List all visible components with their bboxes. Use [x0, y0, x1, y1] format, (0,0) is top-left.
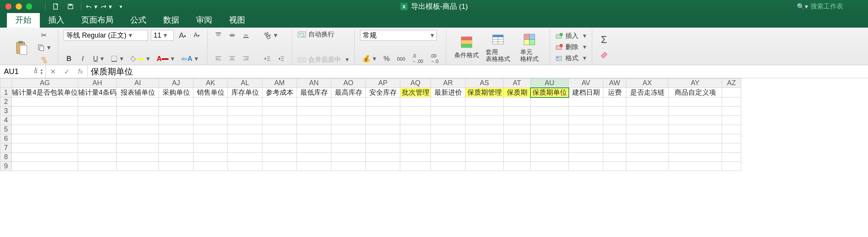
cell[interactable]: [117, 153, 159, 162]
name-box-stepper[interactable]: ▲▼: [40, 68, 43, 75]
cell[interactable]: 运费: [603, 88, 626, 97]
cell[interactable]: [465, 107, 504, 116]
cell[interactable]: 报表辅单位: [117, 88, 159, 97]
cell[interactable]: [228, 153, 262, 162]
column-header[interactable]: AM: [262, 79, 297, 88]
cell[interactable]: [12, 143, 78, 153]
comma-icon[interactable]: 000: [395, 53, 407, 64]
cell[interactable]: [159, 125, 193, 134]
cell[interactable]: [722, 134, 741, 143]
cell[interactable]: [262, 125, 297, 134]
column-header[interactable]: AJ: [159, 79, 193, 88]
column-header[interactable]: AP: [366, 79, 400, 88]
cell[interactable]: [465, 153, 504, 162]
cell[interactable]: [722, 107, 741, 116]
cell[interactable]: [331, 134, 366, 143]
cell[interactable]: [626, 162, 668, 171]
row-header[interactable]: 7: [0, 143, 12, 153]
cell[interactable]: [12, 116, 78, 125]
cell[interactable]: [400, 125, 431, 134]
cell[interactable]: [569, 162, 603, 171]
decrease-indent-icon[interactable]: [262, 53, 273, 64]
cell[interactable]: [722, 116, 741, 125]
currency-icon[interactable]: 💰▾: [360, 53, 378, 64]
cell[interactable]: [431, 162, 465, 171]
row-header[interactable]: 9: [0, 162, 12, 171]
tab-formulas[interactable]: 公式: [122, 12, 155, 28]
cell[interactable]: [262, 107, 297, 116]
tab-insert[interactable]: 插入: [40, 12, 73, 28]
cell[interactable]: [504, 97, 531, 107]
cell[interactable]: [193, 134, 228, 143]
cell[interactable]: [722, 162, 741, 171]
cell-reference-input[interactable]: [4, 67, 34, 76]
format-painter-icon[interactable]: [35, 54, 52, 65]
clear-icon[interactable]: [598, 49, 611, 60]
cell[interactable]: [626, 107, 668, 116]
cell[interactable]: [400, 107, 431, 116]
cell[interactable]: [400, 153, 431, 162]
cell[interactable]: [668, 125, 722, 134]
cell[interactable]: [722, 143, 741, 153]
decrease-decimal-icon[interactable]: .00→.0: [428, 53, 441, 64]
cell[interactable]: [228, 125, 262, 134]
format-table-button[interactable]: 套用 表格格式: [483, 32, 513, 62]
row-header[interactable]: 8: [0, 153, 12, 162]
column-header[interactable]: AU: [531, 79, 569, 88]
cell[interactable]: [722, 125, 741, 134]
qat-customize-icon[interactable]: ▾: [115, 2, 126, 11]
row-header[interactable]: 1: [0, 88, 12, 97]
align-top-icon[interactable]: [213, 30, 224, 41]
cell[interactable]: [159, 162, 193, 171]
cell[interactable]: [297, 97, 331, 107]
cell[interactable]: [465, 134, 504, 143]
border-button[interactable]: ▾: [109, 53, 125, 64]
cell[interactable]: [78, 153, 117, 162]
cell[interactable]: [603, 116, 626, 125]
autosum-icon[interactable]: Σ: [598, 35, 611, 45]
cell[interactable]: [531, 125, 569, 134]
cell[interactable]: [626, 97, 668, 107]
cell[interactable]: [569, 134, 603, 143]
cell[interactable]: [431, 116, 465, 125]
cell[interactable]: [117, 97, 159, 107]
tab-page-layout[interactable]: 页面布局: [73, 12, 122, 28]
cell[interactable]: [465, 97, 504, 107]
cell[interactable]: [504, 125, 531, 134]
cell[interactable]: [400, 116, 431, 125]
new-file-icon[interactable]: [50, 2, 62, 11]
minimize-window-button[interactable]: [16, 3, 22, 10]
cell[interactable]: [603, 162, 626, 171]
cell[interactable]: [569, 107, 603, 116]
row-header[interactable]: 3: [0, 107, 12, 116]
cell[interactable]: [531, 153, 569, 162]
cell[interactable]: [431, 134, 465, 143]
cell[interactable]: [366, 116, 400, 125]
row-header[interactable]: 5: [0, 125, 12, 134]
align-middle-icon[interactable]: [227, 30, 237, 41]
cell[interactable]: [603, 153, 626, 162]
cell[interactable]: [465, 125, 504, 134]
cell[interactable]: [193, 153, 228, 162]
cell[interactable]: [159, 116, 193, 125]
cell[interactable]: 批次管理: [400, 88, 431, 97]
copy-icon[interactable]: ▾: [35, 42, 52, 53]
cell[interactable]: [366, 143, 400, 153]
cut-icon[interactable]: ✂: [35, 30, 52, 41]
cell[interactable]: [531, 162, 569, 171]
cell[interactable]: [297, 162, 331, 171]
cell[interactable]: [117, 143, 159, 153]
cell[interactable]: [366, 134, 400, 143]
increase-font-icon[interactable]: A▴: [177, 30, 188, 41]
cell[interactable]: 最高库存: [331, 88, 366, 97]
tab-home[interactable]: 开始: [7, 12, 40, 28]
select-all-corner[interactable]: [0, 79, 12, 88]
delete-cells-button[interactable]: ×删除▾: [555, 43, 586, 51]
column-header[interactable]: AV: [569, 79, 603, 88]
cell[interactable]: [569, 143, 603, 153]
cell[interactable]: [504, 162, 531, 171]
column-header[interactable]: AW: [603, 79, 626, 88]
cell[interactable]: [366, 153, 400, 162]
tab-data[interactable]: 数据: [155, 12, 188, 28]
cell[interactable]: [117, 125, 159, 134]
